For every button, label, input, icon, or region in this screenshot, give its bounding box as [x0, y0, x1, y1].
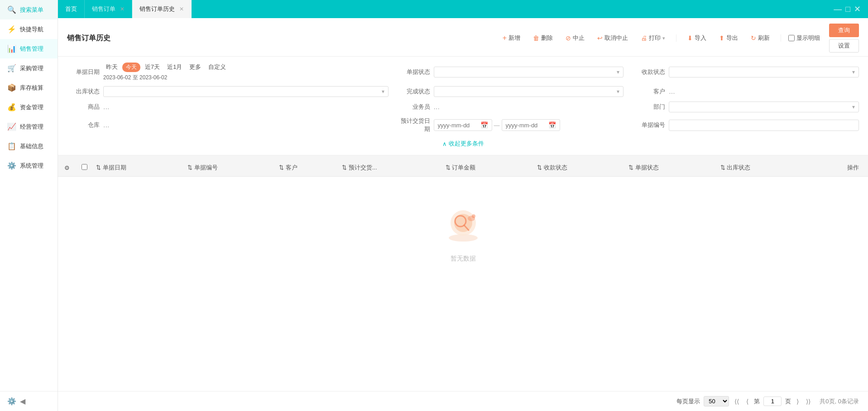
delivery-start-wrap: 📅 [434, 119, 492, 131]
delete-button[interactable]: 🗑 删除 [529, 32, 556, 44]
th-amount[interactable]: ⇅ 订单金额 [442, 159, 533, 177]
print-button[interactable]: 🖨 打印 ▾ [637, 32, 669, 44]
sidebar-item-capital[interactable]: 💰 资金管理 [0, 97, 58, 117]
export-label: 导出 [726, 34, 738, 42]
table-wrap: ⚙ ⇅ 单据日期 ⇅ 单据编号 ⇅ 客户 ⇅ 预计交货... ⇅ 订单金额 ⇅ … [58, 159, 868, 391]
display-detail-label: 显示明细 [796, 34, 820, 42]
operations-icon: 📈 [7, 122, 16, 131]
refresh-icon: ↻ [751, 34, 756, 42]
sidebar-item-label: 经营管理 [20, 123, 43, 131]
display-detail-checkbox[interactable] [788, 35, 795, 41]
cancel-stop-label: 取消中止 [604, 34, 628, 42]
prev-page-btn[interactable]: ⟨ [744, 397, 750, 406]
sidebar-item-basic[interactable]: 📋 基础信息 [0, 136, 58, 156]
cal-start-icon[interactable]: 📅 [480, 121, 488, 129]
th-date[interactable]: ⇅ 单据日期 [92, 159, 184, 177]
sidebar-item-system[interactable]: ⚙️ 系统管理 [0, 156, 58, 175]
maximize-icon[interactable]: □ [845, 5, 850, 14]
search-menu-icon: 🔍 [7, 5, 16, 14]
sidebar-item-label: 快捷导航 [20, 25, 43, 34]
tab-sales-order-close[interactable]: ✕ [120, 6, 125, 12]
delivery-end-wrap: 📅 [502, 119, 560, 131]
department-select[interactable]: ▾ [669, 102, 859, 112]
th-no-sort: ⇅ [187, 164, 192, 171]
product-picker[interactable]: ... [103, 103, 109, 111]
sidebar-bottom: ⚙️ ◀ [0, 391, 58, 411]
stock-out-select[interactable]: ▾ [103, 86, 388, 97]
cal-end-icon[interactable]: 📅 [548, 121, 556, 129]
order-status-label: 单据状态 [398, 68, 434, 76]
date-1month[interactable]: 近1月 [164, 62, 185, 72]
delivery-date-label: 预计交货日期 [398, 117, 434, 133]
settings-bottom-icon[interactable]: ⚙️ [7, 397, 16, 406]
complete-status-chevron: ▾ [617, 88, 619, 95]
sidebar-item-sales[interactable]: 📊 销售管理 [0, 39, 58, 58]
order-no-input[interactable] [669, 120, 859, 131]
date-today[interactable]: 今天 [122, 63, 140, 72]
page-number-input[interactable] [763, 396, 782, 406]
next-page-btn[interactable]: ⟩ [795, 397, 801, 406]
receipt-status-select[interactable]: ▾ [669, 67, 859, 77]
empty-area: 暂无数据 [58, 177, 868, 290]
stop-button[interactable]: ⊘ 中止 [562, 32, 588, 44]
sidebar-item-operations[interactable]: 📈 经营管理 [0, 117, 58, 136]
tab-home[interactable]: 首页 [58, 0, 85, 18]
close-icon[interactable]: ✕ [854, 4, 861, 14]
sidebar-item-purchase[interactable]: 🛒 采购管理 [0, 58, 58, 78]
refresh-button[interactable]: ↻ 刷新 [747, 32, 773, 44]
last-page-btn[interactable]: ⟩⟩ [804, 397, 812, 406]
cancel-stop-button[interactable]: ↩ 取消中止 [594, 32, 632, 44]
delivery-start-input[interactable] [438, 122, 479, 129]
warehouse-picker[interactable]: ... [103, 121, 109, 129]
complete-status-select[interactable]: ▾ [434, 86, 624, 97]
page-title: 销售订单历史 [67, 34, 110, 43]
th-checkbox[interactable] [76, 159, 92, 177]
set-button[interactable]: 设置 [829, 39, 859, 53]
tab-sales-order-history[interactable]: 销售订单历史 ✕ [132, 0, 192, 18]
page-size-select[interactable]: 50 100 200 [704, 396, 729, 406]
customer-picker[interactable]: ... [669, 87, 675, 96]
date-7days[interactable]: 近7天 [142, 62, 163, 72]
select-all-checkbox[interactable] [82, 164, 87, 170]
first-page-btn[interactable]: ⟨⟨ [733, 397, 741, 406]
tab-history-close[interactable]: ✕ [179, 6, 184, 12]
purchase-icon: 🛒 [7, 64, 16, 73]
th-settings[interactable]: ⚙ [58, 159, 76, 177]
order-status-select[interactable]: ▾ [434, 67, 624, 77]
import-button[interactable]: ⬇ 导入 [684, 32, 710, 44]
display-detail-toggle[interactable]: 显示明细 [788, 34, 820, 42]
sidebar-item-quicknav[interactable]: ⚡ 快捷导航 [0, 19, 58, 39]
sidebar-item-inventory[interactable]: 📦 库存核算 [0, 78, 58, 97]
salesperson-picker[interactable]: ... [434, 103, 440, 111]
date-yesterday[interactable]: 昨天 [103, 62, 120, 72]
table-area: ⚙ ⇅ 单据日期 ⇅ 单据编号 ⇅ 客户 ⇅ 预计交货... ⇅ 订单金额 ⇅ … [58, 159, 868, 411]
divider1 [676, 34, 676, 42]
sidebar-item-search[interactable]: 🔍 搜索菜单 [0, 0, 58, 19]
date-custom[interactable]: 自定义 [206, 62, 229, 72]
export-button[interactable]: ⬆ 导出 [715, 32, 742, 44]
query-button[interactable]: 查询 [829, 24, 859, 37]
product-label: 商品 [67, 103, 103, 111]
minimize-icon[interactable]: — [834, 5, 842, 14]
th-order-status[interactable]: ⇅ 单据状态 [625, 159, 716, 177]
collapse-sidebar-icon[interactable]: ◀ [20, 397, 25, 406]
th-delivery[interactable]: ⇅ 预计交货... [338, 159, 442, 177]
cancel-stop-icon: ↩ [597, 34, 603, 42]
customer-field: ... [669, 87, 859, 96]
th-stock-status[interactable]: ⇅ 出库状态 [717, 159, 808, 177]
customer-label: 客户 [633, 87, 669, 96]
date-more[interactable]: 更多 [187, 62, 204, 72]
collapse-row[interactable]: ∧ 收起更多条件 [67, 138, 859, 150]
complete-status-label: 完成状态 [398, 87, 434, 96]
th-no[interactable]: ⇅ 单据编号 [184, 159, 275, 177]
th-customer-sort: ⇅ [279, 164, 284, 171]
collapse-icon: ∧ [442, 140, 447, 147]
th-customer[interactable]: ⇅ 客户 [275, 159, 338, 177]
product-field: ... [103, 103, 388, 111]
th-receipt-status[interactable]: ⇅ 收款状态 [533, 159, 625, 177]
basic-icon: 📋 [7, 142, 16, 150]
th-actions: 操作 [808, 159, 868, 177]
tab-sales-order[interactable]: 销售订单 ✕ [85, 0, 132, 18]
delivery-end-input[interactable] [506, 122, 547, 129]
new-button[interactable]: + 新增 [499, 32, 524, 44]
